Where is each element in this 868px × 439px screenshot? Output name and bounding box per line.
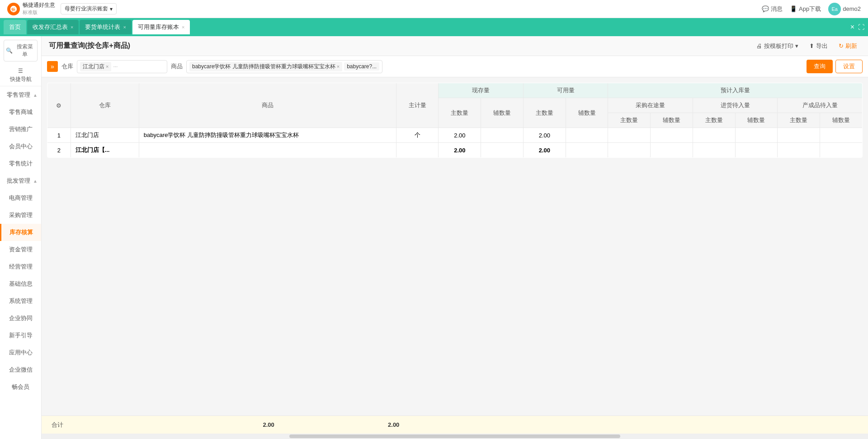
- sidebar-item-wholesale[interactable]: 批发管理 ▲: [0, 172, 41, 189]
- message-icon: 💬: [762, 5, 769, 12]
- filter-toggle-button[interactable]: »: [47, 61, 58, 72]
- scrollbar-thumb[interactable]: [289, 434, 620, 438]
- row-fin-aux: [820, 128, 863, 143]
- app-download-button[interactable]: 📱 App下载: [790, 5, 821, 13]
- product-col-header: 商品: [139, 83, 396, 128]
- footer-spacer: [68, 420, 237, 430]
- tab-available-inventory[interactable]: 可用量库存账本 ×: [132, 20, 190, 34]
- sidebar: 🔍 搜索菜单 ☰ 快捷导航 零售管理 ▲ 零售商城 营销推广 会员中心 零售统计: [0, 36, 42, 439]
- row-unit: [396, 143, 439, 158]
- industry-label: 母婴行业演示账套: [65, 5, 108, 13]
- brand-text: 畅捷通好生意: [23, 2, 55, 9]
- row-avail-aux: [566, 143, 608, 158]
- gear-header[interactable]: ⚙: [47, 83, 71, 128]
- row-stock-aux: [481, 128, 524, 143]
- search-menu-button[interactable]: 🔍 搜索菜单: [4, 40, 38, 61]
- fin-aux-header: 辅数量: [820, 113, 863, 128]
- sidebar-item-ecommerce[interactable]: 电商管理: [0, 189, 41, 207]
- row-no: 1: [47, 128, 71, 143]
- chevron-icon: ▲: [33, 93, 38, 98]
- warehouse-filter[interactable]: 江北门店 × ···: [77, 60, 167, 73]
- row-fin-main: [778, 143, 820, 158]
- pur-main-header: 主数量: [608, 113, 651, 128]
- search-menu-label: 搜索菜单: [14, 43, 35, 58]
- inventory-table: ⚙ 仓库 商品 主计量 现存量 可用量 预计入库量 主数量 辅数量 主数量 辅数…: [47, 83, 863, 158]
- table-row: 1 江北门店 babycare学饮杯 儿童防摔防撞吸管杯重力球吸嘴杯宝宝水杯 个…: [47, 128, 863, 143]
- footer-inc-main: [613, 420, 675, 430]
- row-pur-aux: [651, 128, 693, 143]
- chevron-down-icon-print: ▾: [795, 42, 798, 49]
- row-inc-aux: [735, 143, 778, 158]
- purchase-transit-header: 采购在途量: [608, 98, 693, 113]
- top-bar: 畅 畅捷通好生意 标准版 母婴行业演示账套 ▾ 💬 消息 📱 App下载 Ea …: [0, 0, 868, 18]
- unit-col-header: 主计量: [396, 83, 439, 128]
- horizontal-scrollbar[interactable]: [42, 434, 868, 439]
- remove-product-tag-1[interactable]: ×: [337, 64, 340, 69]
- product-filter[interactable]: babycare学饮杯 儿童防摔防撞吸管杯重力球吸嘴杯宝宝水杯 × babyca…: [186, 60, 382, 73]
- sidebar-item-retail-stats[interactable]: 零售统计: [0, 155, 41, 172]
- avail-main-header: 主数量: [523, 98, 566, 128]
- row-warehouse: 江北门店: [71, 128, 139, 143]
- nav-close-all[interactable]: × ⛶: [850, 23, 864, 31]
- logo-area: 畅 畅捷通好生意 标准版: [7, 2, 55, 16]
- footer-avail-main: 2.00: [363, 420, 425, 430]
- sidebar-item-finance[interactable]: 资金管理: [0, 241, 41, 258]
- tab-order-close[interactable]: ×: [123, 24, 126, 30]
- sidebar-item-basic-info[interactable]: 基础信息: [0, 275, 41, 293]
- tab-inventory-close[interactable]: ×: [182, 24, 184, 30]
- message-button[interactable]: 💬 消息: [762, 5, 783, 13]
- remove-warehouse-tag[interactable]: ×: [106, 64, 108, 69]
- sidebar-item-retail-management[interactable]: 零售管理 ▲: [0, 86, 41, 104]
- row-product: [139, 143, 396, 158]
- stock-aux-header: 辅数量: [481, 98, 524, 128]
- query-button[interactable]: 查询: [807, 60, 833, 73]
- page-title: 可用量查询(按仓库+商品): [49, 41, 130, 51]
- print-template-button[interactable]: 🖨 按模板打印 ▾: [753, 40, 802, 52]
- footer-pur-main: [487, 420, 550, 430]
- sidebar-item-guide[interactable]: 新手引导: [0, 327, 41, 344]
- sidebar-item-system[interactable]: 系统管理: [0, 293, 41, 310]
- tab-receivable-close[interactable]: ×: [71, 24, 73, 30]
- expand-icon[interactable]: ⛶: [858, 24, 864, 31]
- warehouse-col-header: 仓库: [71, 83, 139, 128]
- sidebar-item-membership[interactable]: 畅会员: [0, 378, 41, 396]
- tab-receivable-summary-label: 收发存汇总表: [33, 23, 68, 31]
- tab-receivable-summary[interactable]: 收发存汇总表 ×: [27, 20, 79, 34]
- industry-selector[interactable]: 母婴行业演示账套 ▾: [61, 3, 117, 14]
- table-container: ⚙ 仓库 商品 主计量 现存量 可用量 预计入库量 主数量 辅数量 主数量 辅数…: [42, 77, 868, 415]
- export-button[interactable]: ⬆ 导出: [806, 40, 831, 52]
- sidebar-item-purchasing[interactable]: 采购管理: [0, 207, 41, 224]
- sidebar-item-enterprise[interactable]: 企业协同: [0, 310, 41, 327]
- content-area: 可用量查询(按仓库+商品) 🖨 按模板打印 ▾ ⬆ 导出 ↻ 刷新: [42, 36, 868, 439]
- user-profile[interactable]: Ea demo2: [828, 3, 861, 15]
- sidebar-item-retail-mall[interactable]: 零售商城: [0, 104, 41, 121]
- main-layout: 🔍 搜索菜单 ☰ 快捷导航 零售管理 ▲ 零售商城 营销推广 会员中心 零售统计: [0, 36, 868, 439]
- double-arrow-icon: »: [51, 63, 54, 70]
- sidebar-item-members[interactable]: 会员中心: [0, 138, 41, 155]
- tab-order-stats[interactable]: 要货单统计表 ×: [80, 20, 131, 34]
- refresh-icon: ↻: [839, 42, 844, 49]
- row-fin-aux: [820, 143, 863, 158]
- product-tag-2: babycare?...: [344, 62, 379, 71]
- row-inc-main: [693, 128, 735, 143]
- inc-aux-header: 辅数量: [735, 113, 778, 128]
- footer-values: 2.00 2.00: [68, 420, 863, 430]
- close-all-icon: ×: [850, 23, 854, 31]
- setting-button[interactable]: 设置: [835, 60, 863, 73]
- tab-available-inventory-label: 可用量库存账本: [138, 23, 179, 31]
- tab-home[interactable]: 首页: [4, 20, 26, 34]
- footer-label: 合计: [47, 421, 68, 429]
- quick-nav-button[interactable]: ☰ 快捷导航: [0, 65, 41, 86]
- refresh-button[interactable]: ↻ 刷新: [835, 40, 861, 52]
- sidebar-item-operations[interactable]: 经营管理: [0, 258, 41, 275]
- sidebar-item-marketing[interactable]: 营销推广: [0, 121, 41, 138]
- sidebar-item-wechat[interactable]: 企业微信: [0, 361, 41, 378]
- sidebar-item-apps[interactable]: 应用中心: [0, 344, 41, 361]
- row-avail-main: 2.00: [523, 143, 566, 158]
- row-no: 2: [47, 143, 71, 158]
- sidebar-item-inventory[interactable]: 库存核算: [0, 224, 41, 241]
- footer-stock-aux: [300, 420, 362, 430]
- table-row: 2 江北门店【... 2.00 2.00: [47, 143, 863, 158]
- row-pur-main: [608, 128, 651, 143]
- row-warehouse: 江北门店【...: [71, 143, 139, 158]
